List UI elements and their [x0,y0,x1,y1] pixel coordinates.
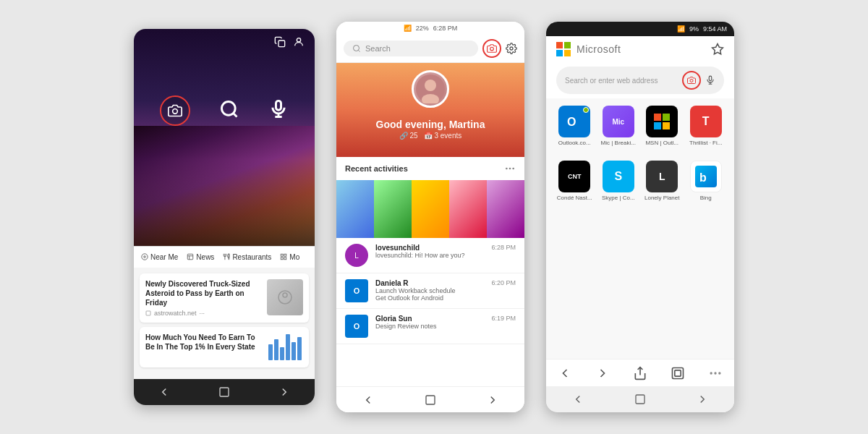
app-bing[interactable]: b Bing [688,161,725,201]
news-card-1[interactable]: Newly Discovered Truck-Sized Asteroid to… [140,273,309,323]
phone2-searchbar: Search [336,35,524,63]
menu-btn-3[interactable] [708,366,723,380]
svg-point-27 [509,168,511,170]
app-tile-lonely: L [646,161,678,192]
app-conde[interactable]: CNT Condé Nast... [556,161,593,201]
mic-button[interactable] [268,99,289,122]
phone1-icons-row [134,95,315,126]
news-thumb-1 [267,279,303,315]
activity-avatar-1: L [345,244,368,267]
status-wifi: 📶 [677,25,685,33]
search-icon-2 [352,44,361,53]
svg-marker-30 [712,44,723,54]
phone2-search-placeholder: Search [365,44,391,53]
nav-more-label: Mo [289,253,299,261]
back-icon-2[interactable] [362,393,375,407]
phone3-urlbar: Search or enter web address [546,62,734,98]
search-icon [219,99,239,119]
recent-btn-4[interactable] [696,393,709,406]
app-skype[interactable]: S Skype | Co... [600,161,637,201]
share-btn-3[interactable] [633,366,647,380]
app-outlook[interactable]: O Outlook.co... [556,106,593,146]
recent-icon-2[interactable] [486,393,499,407]
phone-1: Near Me News Restaurants Mo Newly Discov… [134,29,315,405]
nav-restaurants[interactable]: Restaurants [220,252,274,263]
svg-rect-47 [636,395,644,404]
home-icon[interactable] [218,386,230,398]
camera-icon-3 [687,76,696,85]
phone3-header: Microsoft [546,36,734,62]
status-time-3: 9:54 AM [703,25,727,33]
app-thrillist[interactable]: T Thrillist · Fi... [688,106,725,146]
more-dots-icon[interactable] [504,163,516,174]
activity-content-2: Daniela R Launch Workback schedule Get O… [375,279,484,302]
news-card-2[interactable]: How Much You Need To Earn To Be In The T… [140,327,309,367]
app-label-conde: Condé Nast... [556,195,592,201]
svg-point-21 [490,47,494,51]
activity-time-3: 6:19 PM [491,315,516,322]
app-label-bing: Bing [688,195,724,201]
phone1-bottombar [134,379,315,405]
activity-outlook-icon-3: O [345,315,368,338]
photo-5 [487,180,524,238]
nav-near-me[interactable]: Near Me [138,252,181,263]
activity-item-3[interactable]: O Gloria Sun Design Review notes 6:19 PM [336,309,524,344]
phone2-hero: Good evening, Martina 🔗 25 📅 3 events [336,63,524,157]
app-msn[interactable]: MSN | Outl... [644,106,681,146]
svg-rect-13 [281,258,284,260]
mic-app-text: Mic [612,118,624,126]
app-lonely[interactable]: L Lonely Planet [644,161,681,201]
news-card-1-source: astrowatch.net ··· [145,310,263,317]
back-btn-4[interactable] [571,393,584,406]
nav-more[interactable]: Mo [277,252,302,263]
photo-2 [374,180,412,238]
svg-point-26 [506,168,508,170]
camera-button-3[interactable] [682,71,701,90]
nav-restaurants-label: Restaurants [232,253,271,261]
activity-item-1[interactable]: L lovesunchild lovesunchild: Hi! How are… [336,238,524,273]
restaurant-icon [223,253,230,260]
copy-icon [274,36,286,48]
nav-news[interactable]: News [184,252,217,263]
home-icon-2[interactable] [425,394,436,406]
greeting-text: Good evening, Martina 🔗 25 📅 3 events [376,119,485,140]
svg-point-31 [690,80,693,82]
user-avatar [412,70,449,108]
phone2-search-input[interactable]: Search [344,41,478,56]
svg-point-7 [144,256,146,258]
svg-rect-35 [654,114,661,121]
app-tile-bing: b [690,161,722,192]
activities-photos [336,180,524,238]
app-tile-skype: S [603,161,634,192]
phone3-bottombar2 [546,386,734,412]
bookmark-icon[interactable] [711,43,724,56]
news-card-1-text: Newly Discovered Truck-Sized Asteroid to… [145,279,263,317]
skype-text: S [614,170,622,183]
back-icon[interactable] [158,386,171,399]
tabs-btn-3[interactable] [671,366,685,380]
svg-point-3 [222,102,236,116]
url-icons [682,71,715,90]
app-label-lonely: Lonely Planet [644,195,680,201]
home-btn-4[interactable] [634,393,646,405]
camera-button[interactable] [160,95,190,126]
search-button[interactable] [219,99,239,122]
activity-item-2[interactable]: O Daniela R Launch Workback schedule Get… [336,273,524,309]
camera-icon-2 [487,43,497,54]
activity-msg-1: lovesunchild: Hi! How are you? [375,252,484,259]
svg-line-20 [358,50,359,51]
svg-rect-42 [673,367,684,378]
recent-icon[interactable] [278,386,291,399]
app-mic[interactable]: Mic Mic | Breaki... [600,106,637,146]
svg-text:b: b [699,171,707,184]
app-tile-conde: CNT [558,161,590,192]
ms-cell-yellow [564,50,571,56]
settings-icon[interactable] [506,43,517,54]
forward-btn-3[interactable] [595,366,610,380]
activity-time-2: 6:20 PM [491,279,516,286]
back-btn-3[interactable] [558,366,572,380]
profile-icon [293,36,305,48]
url-input[interactable]: Search or enter web address [556,67,724,94]
mic-icon-3[interactable] [705,75,715,85]
camera-button-2[interactable] [482,39,501,58]
